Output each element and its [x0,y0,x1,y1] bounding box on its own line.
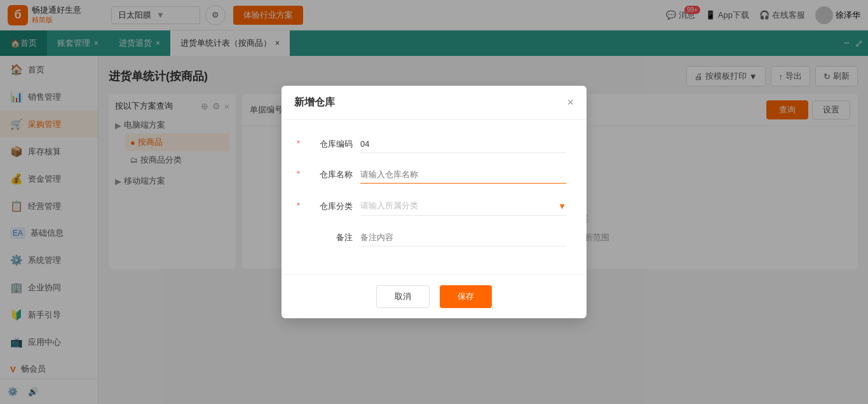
dialog-title: 新增仓库 [294,96,335,109]
add-warehouse-dialog: 新增仓库 × 仓库编码 仓库名称 仓库分类 请输入所属分类 ▼ [281,86,587,318]
remark-label: 备注 [302,232,353,243]
category-row: 仓库分类 请输入所属分类 ▼ [302,196,566,216]
code-row: 仓库编码 [302,135,566,153]
code-label: 仓库编码 [302,138,353,150]
code-input[interactable] [360,135,566,153]
dialog-footer: 取消 保存 [281,274,587,318]
cancel-button[interactable]: 取消 [376,285,430,308]
dialog-body: 仓库编码 仓库名称 仓库分类 请输入所属分类 ▼ 备注 [281,120,587,274]
name-input[interactable] [360,166,566,184]
dialog-close-icon[interactable]: × [567,96,574,109]
category-select[interactable]: 请输入所属分类 ▼ [360,196,566,216]
dialog-header: 新增仓库 × [281,86,587,120]
dialog-overlay: 新增仓库 × 仓库编码 仓库名称 仓库分类 请输入所属分类 ▼ [0,0,868,404]
category-placeholder: 请输入所属分类 [360,200,418,212]
remark-row: 备注 [302,229,566,246]
remark-input[interactable] [360,229,566,246]
category-label: 仓库分类 [302,201,353,212]
name-row: 仓库名称 [302,166,566,184]
category-arrow-icon: ▼ [558,201,566,211]
name-label: 仓库名称 [302,169,353,180]
save-button[interactable]: 保存 [440,285,492,308]
